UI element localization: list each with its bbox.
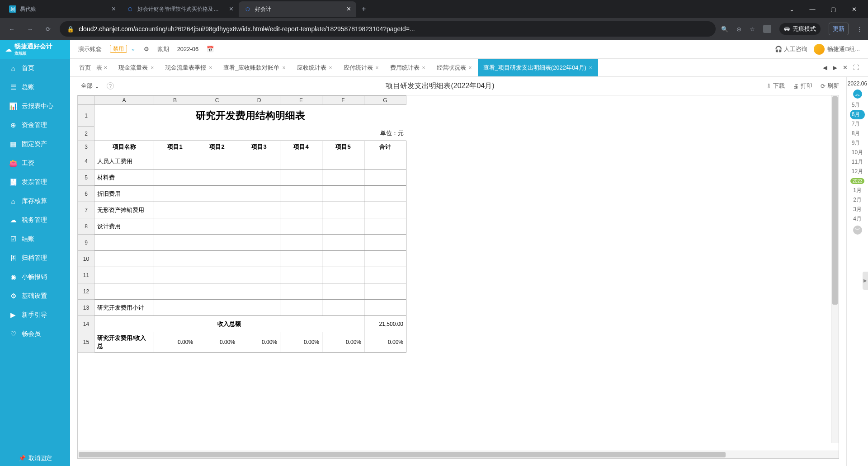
- data-cell[interactable]: [322, 202, 364, 218]
- doc-tab-4[interactable]: 应收统计表×: [292, 59, 338, 76]
- back-button[interactable]: ←: [5, 26, 18, 33]
- month-item[interactable]: 1月: [851, 186, 863, 195]
- doc-tab-5[interactable]: 应付统计表×: [338, 59, 385, 76]
- doc-tab-8[interactable]: 查看_项目研发支出明细表(2022年04月)×: [478, 59, 598, 76]
- ratio-label[interactable]: 研究开发费用/收入总: [94, 332, 154, 353]
- month-item[interactable]: 8月: [850, 129, 865, 138]
- month-item[interactable]: 6月: [850, 110, 865, 119]
- ratio-val[interactable]: 0.00%: [280, 332, 322, 353]
- tab-fullscreen[interactable]: ⛶: [853, 64, 859, 71]
- col-head-G[interactable]: G: [364, 96, 406, 105]
- row-head[interactable]: 4: [78, 153, 94, 169]
- month-item[interactable]: 9月: [850, 138, 865, 148]
- row-label[interactable]: 设计费用: [94, 218, 154, 235]
- row-label[interactable]: 无形资产摊销费用: [94, 202, 154, 218]
- tab-scroll-left[interactable]: ◀: [823, 64, 827, 71]
- data-cell[interactable]: [364, 202, 406, 218]
- data-cell[interactable]: [322, 153, 364, 169]
- close-icon[interactable]: ×: [151, 65, 154, 71]
- col-head-C[interactable]: C: [196, 96, 238, 105]
- bookmark-icon[interactable]: ☆: [750, 26, 755, 33]
- month-item[interactable]: 3月: [851, 205, 863, 214]
- data-cell[interactable]: [154, 251, 196, 267]
- close-icon[interactable]: ×: [112, 5, 116, 13]
- data-cell[interactable]: [154, 153, 196, 169]
- data-cell[interactable]: [196, 251, 238, 267]
- data-cell[interactable]: [364, 283, 406, 300]
- sidebar-item-10[interactable]: 🗄归档管理: [0, 249, 70, 268]
- data-cell[interactable]: [238, 283, 280, 300]
- sidebar-item-11[interactable]: ◉小畅报销: [0, 268, 70, 287]
- col-head-B[interactable]: B: [154, 96, 196, 105]
- sidebar-item-8[interactable]: ☁税务管理: [0, 211, 70, 230]
- user-info[interactable]: 畅捷通B组...: [814, 44, 860, 55]
- sidebar-logo[interactable]: ☁ 畅捷通好会计 旗舰版: [0, 40, 70, 59]
- doc-tab-2[interactable]: 现金流量表季报×: [160, 59, 218, 76]
- close-icon[interactable]: ×: [229, 5, 233, 13]
- data-cell[interactable]: [196, 235, 238, 251]
- data-cell[interactable]: [364, 235, 406, 251]
- disable-button[interactable]: 禁用: [110, 45, 127, 53]
- vertical-scrollbar[interactable]: [831, 95, 839, 443]
- data-cell[interactable]: [322, 251, 364, 267]
- row-head[interactable]: 1: [78, 105, 94, 127]
- doc-tab-7[interactable]: 经营状况表×: [431, 59, 478, 76]
- data-cell[interactable]: [238, 267, 280, 283]
- help-icon[interactable]: ?: [107, 82, 114, 89]
- month-down[interactable]: ︾: [853, 226, 862, 235]
- month-up[interactable]: ︽: [853, 89, 862, 99]
- close-icon[interactable]: ×: [422, 65, 425, 71]
- col-head-A[interactable]: A: [94, 96, 154, 105]
- account-dropdown[interactable]: ⌄: [131, 45, 136, 52]
- data-cell[interactable]: [322, 169, 364, 186]
- address-bar[interactable]: 🔒 cloud2.chanjet.com/accounting/uh26t264…: [60, 21, 716, 37]
- browser-tab-1[interactable]: ⬡ 好会计财务管理软件购买价格及… ×: [121, 1, 239, 17]
- data-cell[interactable]: [238, 218, 280, 235]
- data-cell[interactable]: [196, 283, 238, 300]
- sidebar-item-14[interactable]: ♡畅会员: [0, 325, 70, 344]
- row-head[interactable]: 7: [78, 202, 94, 218]
- row-head[interactable]: 15: [78, 332, 94, 353]
- sidebar-item-7[interactable]: ⌂库存核算: [0, 192, 70, 211]
- data-cell[interactable]: [280, 251, 322, 267]
- sidebar-item-4[interactable]: ▦固定资产: [0, 135, 70, 154]
- month-item[interactable]: 2月: [851, 195, 863, 205]
- tab-close-all[interactable]: ✕: [843, 64, 848, 71]
- data-cell[interactable]: [322, 267, 364, 283]
- data-cell[interactable]: [364, 251, 406, 267]
- browser-tab-2[interactable]: ⬡ 好会计 ×: [239, 1, 356, 17]
- browser-tab-0[interactable]: 易 易代账 ×: [4, 1, 121, 17]
- ratio-val[interactable]: 0.00%: [154, 332, 196, 353]
- close-icon[interactable]: ×: [589, 65, 592, 71]
- data-cell[interactable]: [238, 202, 280, 218]
- download-button[interactable]: ⇩下载: [766, 82, 785, 90]
- sidebar-item-3[interactable]: ⊕资金管理: [0, 116, 70, 135]
- data-cell[interactable]: [154, 202, 196, 218]
- data-cell[interactable]: [280, 267, 322, 283]
- doc-tab-6[interactable]: 费用统计表×: [385, 59, 431, 76]
- data-cell[interactable]: [238, 153, 280, 169]
- col-head-F[interactable]: F: [322, 96, 364, 105]
- data-cell[interactable]: [238, 235, 280, 251]
- row-head[interactable]: 12: [78, 283, 94, 300]
- data-cell[interactable]: [280, 235, 322, 251]
- data-cell[interactable]: [238, 251, 280, 267]
- row-head[interactable]: 10: [78, 251, 94, 267]
- sidebar-item-12[interactable]: ⚙基础设置: [0, 287, 70, 306]
- row-label[interactable]: [94, 283, 154, 300]
- sidebar-item-2[interactable]: 📊云报表中心: [0, 97, 70, 116]
- sidebar-item-0[interactable]: ⌂首页: [0, 59, 70, 78]
- row-head[interactable]: 13: [78, 300, 94, 316]
- data-cell[interactable]: [322, 235, 364, 251]
- data-cell[interactable]: [196, 267, 238, 283]
- row-head[interactable]: 6: [78, 186, 94, 202]
- month-year[interactable]: 2022.06: [848, 80, 867, 88]
- sidebar-item-13[interactable]: ▶新手引导: [0, 306, 70, 325]
- data-cell[interactable]: [196, 186, 238, 202]
- filter-select[interactable]: 全部 ⌄: [77, 81, 103, 91]
- data-cell[interactable]: [364, 186, 406, 202]
- month-item[interactable]: 5月: [850, 100, 865, 110]
- support-link[interactable]: 🎧 人工咨询: [775, 45, 807, 53]
- month-item[interactable]: 11月: [850, 157, 865, 167]
- sidebar-item-1[interactable]: ☰总账: [0, 78, 70, 97]
